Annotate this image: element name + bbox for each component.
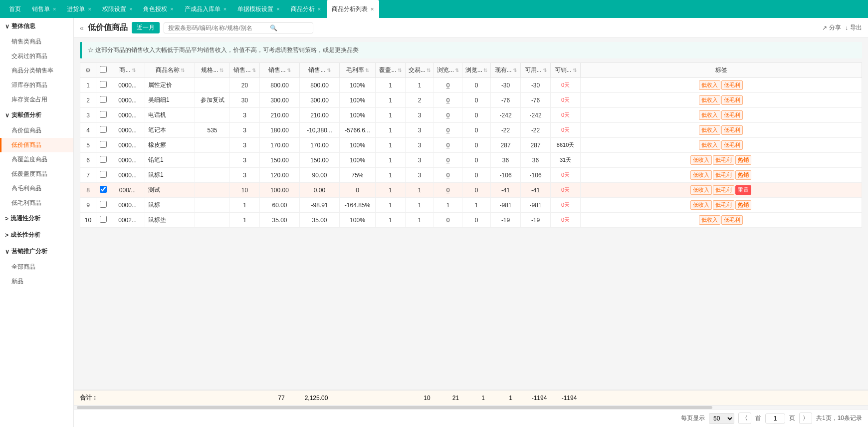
sidebar-group-contribution-label: 贡献值分析 <box>11 111 41 119</box>
nav-role-close[interactable]: × <box>170 6 173 12</box>
nav-role[interactable]: 角色授权 × <box>138 0 178 18</box>
browse-link[interactable]: 0 <box>446 127 450 134</box>
page-number-input[interactable] <box>765 414 785 424</box>
row-select-checkbox[interactable] <box>100 216 107 223</box>
pagination-bar: 每页显示 50 100 〈 首 页 〉 共1页，10条记录 <box>74 409 868 427</box>
row-coverage: 1 <box>376 168 406 183</box>
browse-link[interactable]: 1 <box>446 202 450 209</box>
col-name[interactable]: 商品名称⇅ <box>145 63 195 78</box>
sidebar-item-inventory-capital[interactable]: 库存资金占用 <box>0 92 73 107</box>
row-select-checkbox[interactable] <box>100 111 107 118</box>
nav-product-analysis-close[interactable]: × <box>318 6 321 12</box>
share-button[interactable]: ↗ 分享 <box>822 23 841 32</box>
search-input[interactable] <box>168 24 268 31</box>
row-qty: 20 <box>230 78 260 93</box>
sidebar-item-low-coverage[interactable]: 低覆盖度商品 <box>0 167 73 181</box>
col-gear[interactable]: ⚙ <box>80 63 96 78</box>
row-trade: 3 <box>406 108 434 123</box>
row-select-checkbox[interactable] <box>100 96 107 103</box>
col-coverage[interactable]: 覆盖...⇅ <box>376 63 406 78</box>
row-browse1: 0 <box>434 138 462 153</box>
tag: 低毛利 <box>713 200 734 210</box>
browse-link[interactable]: 0 <box>446 82 450 89</box>
sidebar-group-growth[interactable]: > 成长性分析 <box>0 227 73 243</box>
nav-purchase-close[interactable]: × <box>88 6 91 12</box>
row-stock: -30 <box>491 78 521 93</box>
row-select-checkbox[interactable] <box>100 141 107 148</box>
collapse-button[interactable]: « <box>80 24 84 32</box>
browse-link[interactable]: 0 <box>446 97 450 104</box>
col-avail[interactable]: 可用...⇅ <box>521 63 551 78</box>
row-select-checkbox[interactable] <box>100 201 107 208</box>
row-select-checkbox[interactable] <box>100 126 107 133</box>
col-trade[interactable]: 交易...⇅ <box>406 63 434 78</box>
nav-finished-goods[interactable]: 产成品入库单 × <box>180 0 231 18</box>
col-code[interactable]: 商...⇅ <box>110 63 145 78</box>
export-button[interactable]: ↓ 导出 <box>845 23 862 32</box>
col-stock[interactable]: 现有...⇅ <box>491 63 521 78</box>
sidebar-item-all-goods[interactable]: 全部商品 <box>0 260 73 274</box>
sidebar-item-high-margin[interactable]: 高毛利商品 <box>0 181 73 196</box>
sidebar-group-overall[interactable]: ∨ 整体信息 <box>0 18 73 34</box>
col-browse1[interactable]: 浏览...⇅ <box>434 63 462 78</box>
nav-template[interactable]: 单据模板设置 × <box>232 0 284 18</box>
sidebar-item-traded-goods[interactable]: 交易过的商品 <box>0 49 73 63</box>
row-select-checkbox[interactable] <box>100 156 107 163</box>
sidebar-group-circulation[interactable]: > 流通性分析 <box>0 210 73 227</box>
prev-page-button[interactable]: 〈 <box>738 413 751 424</box>
nav-product-analysis-list[interactable]: 商品分析列表 × <box>327 0 379 18</box>
sidebar-item-low-value[interactable]: 低价值商品 <box>0 138 73 152</box>
sidebar-group-marketing[interactable]: ∨ 营销推广分析 <box>0 243 73 260</box>
row-stock: -981 <box>491 198 521 213</box>
browse-link[interactable]: 0 <box>446 172 450 179</box>
sidebar-item-high-coverage[interactable]: 高覆盖度商品 <box>0 152 73 167</box>
row-coverage: 1 <box>376 78 406 93</box>
row-margin: -164.85% <box>340 198 376 213</box>
nav-template-close[interactable]: × <box>276 6 279 12</box>
row-select-checkbox[interactable] <box>100 171 107 178</box>
sidebar-item-sales-goods[interactable]: 销售类商品 <box>0 34 73 49</box>
col-sale-amount[interactable]: 销售...⇅ <box>260 63 300 78</box>
select-all-checkbox[interactable] <box>100 66 107 73</box>
row-spec: 535 <box>195 123 230 138</box>
col-sale-profit[interactable]: 销售...⇅ <box>300 63 340 78</box>
row-select-checkbox[interactable] <box>100 81 107 88</box>
nav-finished-goods-close[interactable]: × <box>223 6 226 12</box>
browse-link[interactable]: 0 <box>446 217 450 224</box>
sidebar-item-high-value[interactable]: 高价值商品 <box>0 123 73 138</box>
gear-icon[interactable]: ⚙ <box>85 67 91 74</box>
search-icon[interactable]: 🔍 <box>270 24 277 31</box>
browse-link[interactable]: 0 <box>446 112 450 119</box>
nav-product-analysis[interactable]: 商品分析 × <box>286 0 326 18</box>
nav-sales-close[interactable]: × <box>53 6 56 12</box>
browse-link[interactable]: 0 <box>446 157 450 164</box>
row-select-checkbox[interactable] <box>100 186 107 193</box>
col-spec[interactable]: 规格...⇅ <box>195 63 230 78</box>
nav-permission-close[interactable]: × <box>129 6 132 12</box>
sidebar-item-stagnant-goods[interactable]: 滞库存的商品 <box>0 78 73 92</box>
col-browse2[interactable]: 浏览...⇅ <box>462 63 491 78</box>
row-name: 铅笔1 <box>145 153 195 168</box>
col-sale-qty[interactable]: 销售...⇅ <box>230 63 260 78</box>
browse-link[interactable]: 0 <box>446 142 450 149</box>
sidebar-group-contribution[interactable]: ∨ 贡献值分析 <box>0 107 73 123</box>
row-browse2: 1 <box>462 198 491 213</box>
nav-product-analysis-list-close[interactable]: × <box>371 6 374 12</box>
nav-sales[interactable]: 销售单 × <box>27 0 61 18</box>
row-qty: 10 <box>230 183 260 198</box>
row-trade: 3 <box>406 138 434 153</box>
table-row: 4 0000... 笔记本 535 3 180.00 -10,380... -5… <box>80 123 862 138</box>
col-salable[interactable]: 可销...⇅ <box>551 63 581 78</box>
sidebar-item-category-sales-rate[interactable]: 商品分类销售率 <box>0 63 73 78</box>
nav-purchase[interactable]: 进货单 × <box>62 0 96 18</box>
nav-home[interactable]: 首页 <box>4 0 26 18</box>
page-size-select[interactable]: 50 100 <box>709 413 734 424</box>
sidebar-item-new-goods[interactable]: 新品 <box>0 274 73 289</box>
col-margin[interactable]: 毛利率⇅ <box>340 63 376 78</box>
nav-permission[interactable]: 权限设置 × <box>97 0 137 18</box>
next-page-button[interactable]: 〉 <box>799 413 812 424</box>
browse-link[interactable]: 0 <box>446 187 450 194</box>
filter-button[interactable]: 近一月 <box>132 22 160 33</box>
sidebar-item-low-margin[interactable]: 低毛利商品 <box>0 196 73 210</box>
page-title: 低价值商品 <box>88 22 128 33</box>
